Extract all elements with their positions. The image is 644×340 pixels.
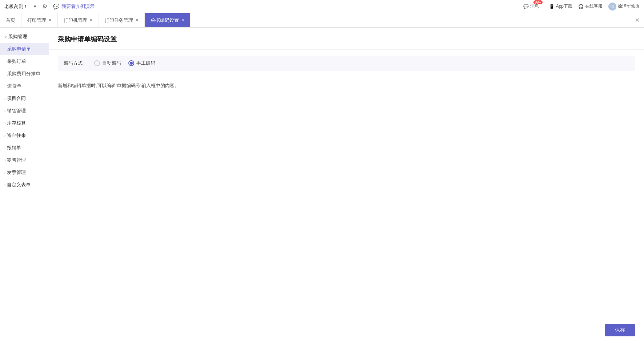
online-support-button[interactable]: 🎧 在线客服 (578, 3, 603, 9)
sidebar-group-purchase-label: 采购管理 (8, 33, 27, 40)
tab-print-task-label: 打印任务管理 (105, 17, 133, 24)
page-title: 采购申请单编码设置 (58, 35, 635, 44)
chevron-right-icon: › (4, 183, 5, 187)
sidebar-group-project-contract[interactable]: › 项目合同 (0, 92, 49, 105)
chevron-right-icon: › (4, 158, 5, 162)
tab-spacer (191, 13, 631, 27)
headset-icon: 🎧 (578, 4, 584, 9)
tab-printer-management[interactable]: 打印机管理 ✕ (58, 13, 99, 27)
sidebar-group-invoice[interactable]: › 发票管理 (0, 166, 49, 179)
online-support-label: 在线客服 (585, 3, 603, 9)
settings-icon[interactable]: ⚙ (42, 3, 47, 10)
top-bar: 老板勿割！ ▾ ⚙ 我要看实例演示 💬 消息 99+ 📱 App下载 🎧 在线客… (0, 0, 644, 13)
sidebar-item-goods-receipt[interactable]: 进货单 (0, 80, 49, 92)
chevron-down-icon: ▾ (34, 4, 36, 9)
app-title: 老板勿割！ (4, 3, 28, 10)
info-text: 新增和编辑单据时,可以编辑'单据编码号'输入框中的内容。 (49, 77, 644, 95)
page-body: 编码方式 自动编码 手工编码 新增和编辑单据时,可以编辑'单据编码号'输入框中的… (49, 50, 644, 320)
sidebar-item-purchase-order[interactable]: 采购订单 (0, 55, 49, 68)
save-button[interactable]: 保存 (605, 324, 635, 336)
radio-auto-coding[interactable]: 自动编码 (94, 60, 121, 66)
tab-home[interactable]: 首页 (0, 13, 21, 27)
user-button[interactable]: 徐 徐泽华修改 (608, 3, 640, 11)
top-bar-right: 💬 消息 99+ 📱 App下载 🎧 在线客服 徐 徐泽华修改 (523, 3, 640, 11)
message-icon: 💬 (523, 4, 529, 9)
page-header: 采购申请单编码设置 (49, 28, 644, 50)
close-icon[interactable]: ✕ (135, 18, 139, 23)
tab-bar: 首页 打印管理 ✕ 打印机管理 ✕ 打印任务管理 ✕ 单据编码设置 ✕ ✕ (0, 13, 644, 28)
close-icon[interactable]: ✕ (48, 18, 52, 23)
app-download-label: App下载 (556, 3, 572, 9)
coding-section: 编码方式 自动编码 手工编码 (49, 50, 644, 77)
chevron-right-icon: › (4, 134, 5, 138)
layout: ∨ 采购管理 采购申请单 采购订单 采购费用分摊单 进货单 › 项目合同 › 销… (0, 28, 644, 340)
coding-label: 编码方式 (64, 60, 85, 66)
demo-link[interactable]: 我要看实例演示 (53, 3, 95, 10)
tab-print-management[interactable]: 打印管理 ✕ (21, 13, 58, 27)
sidebar-group-sales-management[interactable]: › 销售管理 (0, 105, 49, 117)
radio-manual-coding[interactable]: 手工编码 (128, 60, 155, 66)
radio-manual-circle (128, 60, 134, 66)
sidebar-group-custom-forms[interactable]: › 自定义表单 (0, 179, 49, 191)
chevron-right-icon: › (4, 109, 5, 113)
main-content: 采购申请单编码设置 编码方式 自动编码 手工编码 (49, 28, 644, 340)
sidebar-item-purchase-expense[interactable]: 采购费用分摊单 (0, 68, 49, 80)
sidebar-item-purchase-request[interactable]: 采购申请单 (0, 43, 49, 55)
page-footer: 保存 (49, 320, 644, 340)
tab-single-code-setting-label: 单据编码设置 (151, 17, 179, 24)
app-icon: 📱 (549, 4, 555, 9)
tab-print-task[interactable]: 打印任务管理 ✕ (99, 13, 145, 27)
tab-close-all-button[interactable]: ✕ (631, 13, 644, 27)
top-bar-left: 老板勿割！ ▾ ⚙ 我要看实例演示 (4, 3, 95, 10)
sidebar-group-returns[interactable]: › 报销单 (0, 142, 49, 154)
sidebar: ∨ 采购管理 采购申请单 采购订单 采购费用分摊单 进货单 › 项目合同 › 销… (0, 28, 49, 340)
radio-manual-label: 手工编码 (136, 60, 155, 66)
app-download-button[interactable]: 📱 App下载 (549, 3, 572, 9)
coding-row: 编码方式 自动编码 手工编码 (58, 56, 635, 71)
sidebar-group-funds[interactable]: › 资金往来 (0, 129, 49, 142)
user-name-label: 徐泽华修改 (618, 3, 640, 9)
close-all-icon: ✕ (635, 17, 640, 24)
message-button[interactable]: 💬 消息 99+ (523, 3, 539, 9)
tab-print-management-label: 打印管理 (27, 17, 46, 24)
avatar: 徐 (608, 3, 616, 11)
close-icon[interactable]: ✕ (181, 18, 184, 23)
message-badge: 99+ (533, 0, 543, 4)
tab-home-label: 首页 (6, 17, 15, 24)
sidebar-group-purchase-management[interactable]: ∨ 采购管理 (0, 31, 49, 43)
sidebar-group-inventory[interactable]: › 库存核算 (0, 117, 49, 129)
radio-auto-label: 自动编码 (102, 60, 121, 66)
chevron-right-icon: › (4, 171, 5, 175)
radio-auto-circle (94, 60, 100, 66)
chevron-right-icon: › (4, 146, 5, 150)
chevron-right-icon: › (4, 121, 5, 125)
title-dropdown[interactable]: ▾ (34, 4, 36, 9)
chevron-down-icon: ∨ (4, 35, 7, 39)
chevron-right-icon: › (4, 97, 5, 101)
tab-single-code-setting[interactable]: 单据编码设置 ✕ (145, 13, 191, 27)
sidebar-group-retail[interactable]: › 零售管理 (0, 154, 49, 166)
radio-group: 自动编码 手工编码 (94, 60, 155, 66)
tab-printer-management-label: 打印机管理 (64, 17, 87, 24)
close-icon[interactable]: ✕ (89, 18, 93, 23)
